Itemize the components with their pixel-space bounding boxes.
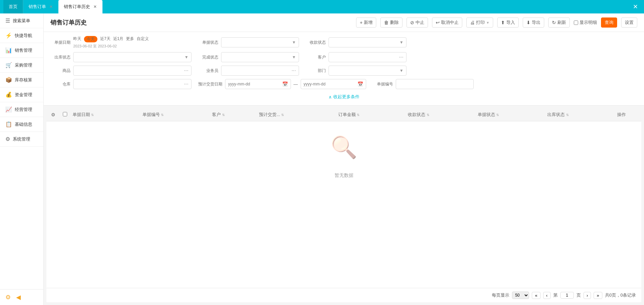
inventory-icon: 📦 — [5, 77, 12, 83]
delivery-date-start-input[interactable] — [228, 82, 281, 86]
delete-button[interactable]: 🗑 删除 — [380, 17, 402, 28]
page-unit: 页 — [576, 292, 581, 298]
col-delivery-sort[interactable]: ⇅ — [281, 113, 284, 117]
calendar-end-icon[interactable]: 📅 — [357, 81, 363, 87]
customer-dots[interactable]: ··· — [399, 54, 403, 60]
table-wrapper: ⚙ 单据日期 ⇅ 单据编号 ⇅ — [46, 108, 641, 288]
sidebar-item-basic-info[interactable]: 📋 基础信息 — [0, 117, 43, 132]
sidebar-item-search-menu[interactable]: ☰ 搜索菜单 — [0, 13, 43, 28]
delivery-date-start-control[interactable]: 📅 — [225, 79, 291, 89]
main-layout: ☰ 搜索菜单 ⚡ 快捷导航 📊 销售管理 🛒 采购管理 📦 库存核算 💰 资金管… — [0, 13, 644, 305]
product-dots[interactable]: ··· — [184, 68, 188, 74]
page-label: 第 — [553, 292, 558, 298]
col-customer-sort[interactable]: ⇅ — [222, 113, 225, 117]
sidebar-item-operations-mgmt[interactable]: 📈 经营管理 — [0, 102, 43, 117]
sidebar-item-purchase-mgmt[interactable]: 🛒 采购管理 — [0, 58, 43, 73]
delivery-date-end-input[interactable] — [304, 82, 356, 86]
col-number-sort[interactable]: ⇅ — [161, 113, 164, 117]
date-more[interactable]: 更多 — [126, 36, 134, 42]
tab-sales-order[interactable]: 销售订单 ✕ — [23, 0, 58, 13]
quick-nav-icon: ⚡ — [5, 32, 12, 39]
date-today[interactable]: 今天 — [84, 36, 97, 42]
print-label: 打印 — [476, 20, 485, 26]
display-toggle[interactable]: 显示明细 — [574, 20, 597, 26]
refresh-label: 刷新 — [557, 20, 566, 26]
warehouse-dots[interactable]: ··· — [184, 81, 188, 87]
operations-mgmt-icon: 📈 — [5, 106, 12, 113]
bill-status-control[interactable]: ▼ — [221, 37, 299, 47]
complete-status-control[interactable]: ▼ — [221, 52, 299, 62]
table-gear-icon[interactable]: ⚙ — [51, 112, 55, 117]
col-date-sort[interactable]: ⇅ — [91, 113, 94, 117]
col-warehouse-status-sort[interactable]: ⇅ — [566, 113, 569, 117]
last-page-button[interactable]: » — [594, 292, 602, 299]
tab-sales-order-history-close[interactable]: ✕ — [93, 4, 97, 9]
department-control[interactable]: ▼ — [329, 66, 406, 76]
sidebar-item-sales-mgmt[interactable]: 📊 销售管理 — [0, 43, 43, 58]
next-page-button[interactable]: › — [584, 292, 591, 299]
col-delivery-label: 预计交货... — [259, 112, 280, 117]
collapse-button[interactable]: ∧ 收起更多条件 — [50, 92, 637, 101]
prev-page-button[interactable]: ‹ — [543, 292, 551, 299]
date-custom[interactable]: 自定义 — [137, 36, 149, 42]
col-payment-status-sort[interactable]: ⇅ — [427, 113, 429, 117]
warehouse-control[interactable]: ··· — [73, 79, 191, 89]
sidebar-item-quick-nav[interactable]: ⚡ 快捷导航 — [0, 28, 43, 43]
filter-row-2: 出库状态 ▼ 完成状态 ▼ 客户 — [50, 52, 637, 62]
import-button[interactable]: ⬆ 导入 — [497, 17, 519, 28]
page-size-select[interactable]: 50 10 20 100 — [512, 292, 529, 299]
col-operation-label: 操作 — [617, 112, 626, 117]
tab-home[interactable]: 首页 — [3, 0, 23, 13]
date-1month[interactable]: 近1月 — [113, 36, 124, 42]
customer-control[interactable]: ··· — [329, 52, 406, 62]
filter-delivery-date: 预计交货日期 📅 — 📅 — [198, 79, 366, 89]
salesperson-dots[interactable]: ··· — [292, 68, 296, 74]
bill-number-control[interactable] — [396, 79, 474, 89]
sidebar-item-inventory[interactable]: 📦 库存核算 — [0, 73, 43, 87]
tab-sales-order-close[interactable]: ✕ — [49, 4, 53, 9]
collapse-icon: ∧ — [329, 94, 332, 100]
display-toggle-checkbox[interactable] — [574, 21, 578, 25]
window-close-button[interactable]: ✕ — [630, 2, 641, 12]
settings-button[interactable]: 设置 — [621, 17, 637, 28]
salesperson-control[interactable]: ··· — [221, 66, 299, 76]
content-area: 销售订单历史 + 新增 🗑 删除 ⊘ 中止 ↩ 取消中止 — [44, 13, 644, 305]
sidebar-gear-icon[interactable]: ⚙ — [5, 294, 11, 301]
filter-warehouse: 仓库 ··· — [50, 79, 191, 89]
purchase-mgmt-icon: 🛒 — [5, 62, 12, 68]
cancel-stop-button[interactable]: ↩ 取消中止 — [432, 17, 462, 28]
stop-icon: ⊘ — [410, 20, 414, 25]
refresh-button[interactable]: ↻ 刷新 — [548, 17, 570, 28]
bill-number-input[interactable] — [399, 82, 471, 86]
table-col-bill-status: 单据状态 ⇅ — [475, 108, 545, 121]
col-amount-sort[interactable]: ⇅ — [357, 113, 359, 117]
export-button[interactable]: ⬇ 导出 — [523, 17, 544, 28]
select-all-checkbox[interactable] — [63, 112, 67, 116]
date-7days[interactable]: 近7天 — [100, 36, 111, 42]
sidebar-item-system-mgmt[interactable]: ⚙ 系统管理 — [0, 132, 43, 147]
payment-status-control[interactable]: ▼ — [329, 37, 406, 47]
table-col-operation: 操作 — [614, 108, 641, 121]
query-button[interactable]: 查询 — [601, 17, 617, 28]
product-control[interactable]: ··· — [73, 66, 191, 76]
page-input[interactable] — [560, 292, 574, 299]
first-page-button[interactable]: « — [532, 292, 540, 299]
new-button[interactable]: + 新增 — [356, 17, 376, 28]
sidebar-item-capital-mgmt[interactable]: 💰 资金管理 — [0, 87, 43, 102]
print-button[interactable]: 🖨 打印 ▼ — [466, 17, 493, 28]
col-bill-status-sort[interactable]: ⇅ — [496, 113, 499, 117]
tab-sales-order-history[interactable]: 销售订单历史 ✕ — [58, 0, 102, 13]
query-label: 查询 — [605, 20, 613, 26]
basic-info-icon: 📋 — [5, 121, 12, 127]
export-label: 导出 — [532, 20, 541, 26]
search-menu-icon: ☰ — [5, 17, 10, 24]
customer-label: 客户 — [306, 54, 326, 60]
calendar-start-icon[interactable]: 📅 — [282, 81, 288, 87]
delivery-date-end-control[interactable]: 📅 — [301, 79, 367, 89]
filter-row-4: 仓库 ··· 预计交货日期 📅 — — [50, 79, 637, 89]
date-yesterday[interactable]: 昨天 — [73, 36, 81, 42]
stop-button[interactable]: ⊘ 中止 — [406, 17, 428, 28]
warehouse-status-control[interactable]: ▼ — [73, 52, 191, 62]
sidebar-collapse-icon[interactable]: ◀ — [16, 294, 21, 301]
table-col-amount: 订单金额 ⇅ — [336, 108, 405, 121]
